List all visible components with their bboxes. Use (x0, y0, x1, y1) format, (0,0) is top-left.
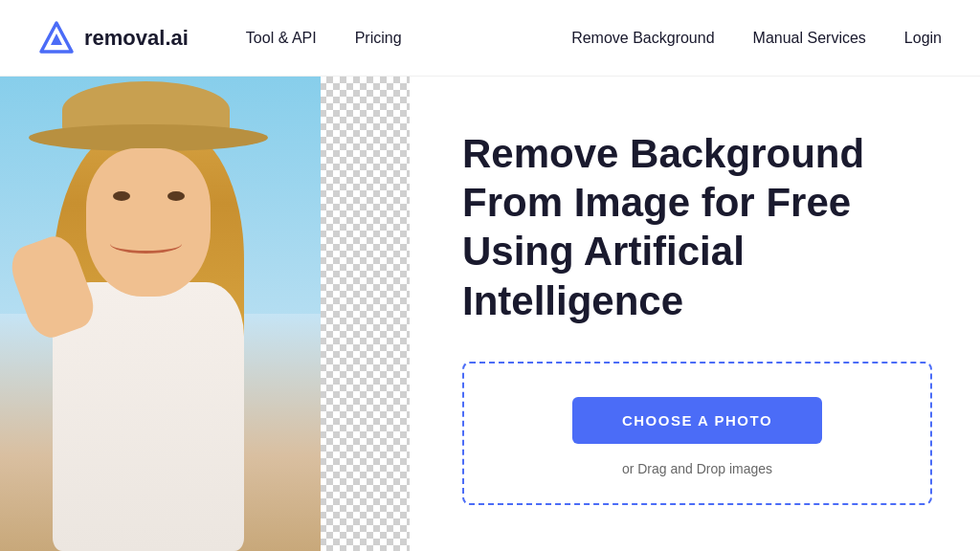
logo-icon (38, 20, 75, 56)
hero-image (0, 77, 410, 551)
upload-area: CHOOSE A PHOTO or Drag and Drop images (462, 362, 932, 505)
nav-remove-background[interactable]: Remove Background (571, 30, 714, 47)
logo-text: removal.ai (84, 26, 189, 51)
smile (110, 234, 182, 253)
choose-photo-button[interactable]: CHOOSE A PHOTO (572, 397, 822, 444)
nav-tool-api[interactable]: Tool & API (246, 30, 317, 47)
face (86, 148, 211, 297)
checkerboard-bg (306, 77, 410, 551)
header: removal.ai Tool & API Pricing Remove Bac… (0, 0, 980, 77)
eyes (94, 187, 204, 206)
logo-link[interactable]: removal.ai (38, 20, 189, 56)
nav-left: Tool & API Pricing (246, 30, 402, 47)
nav-pricing[interactable]: Pricing (355, 30, 402, 47)
nav-manual-services[interactable]: Manual Services (753, 30, 866, 47)
hat-brim (29, 124, 268, 151)
main-content: Remove Background From Image for Free Us… (0, 77, 980, 551)
right-content: Remove Background From Image for Free Us… (410, 77, 980, 543)
nav-login[interactable]: Login (904, 30, 942, 47)
drag-drop-text: or Drag and Drop images (622, 461, 772, 476)
nav-right: Remove Background Manual Services Login (571, 30, 942, 47)
hero-title: Remove Background From Image for Free Us… (462, 129, 932, 325)
